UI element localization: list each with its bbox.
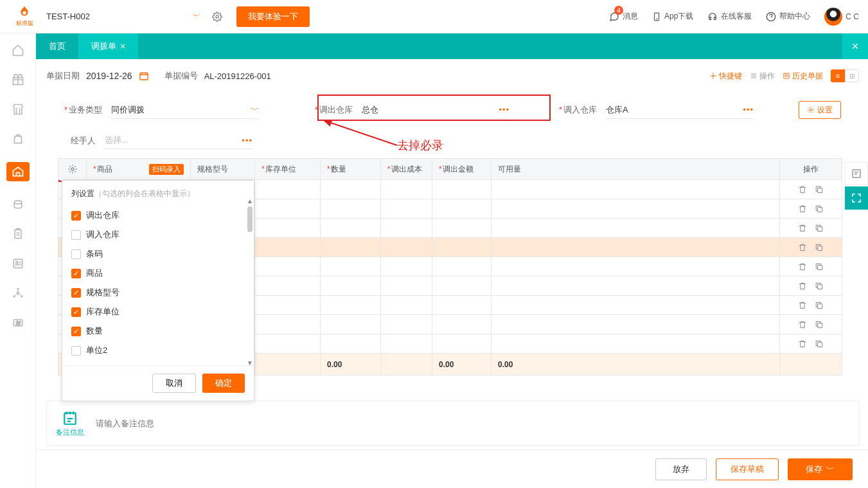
user-menu[interactable]: C C [824, 8, 859, 26]
nav-network-icon[interactable] [12, 287, 24, 300]
column-option[interactable]: 条码 [71, 244, 245, 264]
nav-store-icon[interactable] [12, 103, 24, 116]
svg-point-10 [17, 292, 19, 294]
col-cost: *调出成本 [381, 159, 432, 179]
column-settings-button[interactable] [58, 159, 87, 179]
checkbox[interactable]: ✓ [71, 307, 81, 317]
checkbox[interactable]: ✓ [71, 288, 81, 298]
in-warehouse-field[interactable]: *调入仓库 仓库A••• [559, 102, 777, 119]
close-icon[interactable]: × [120, 41, 125, 51]
checkbox[interactable]: ✓ [71, 327, 81, 336]
view-toggle[interactable]: ≡ ⊞ [831, 69, 859, 82]
biz-type-field[interactable]: *业务类型 同价调拨﹀ [64, 102, 296, 119]
help-center-button[interactable]: 帮助中心 [766, 11, 810, 22]
nav-home-icon[interactable] [12, 44, 24, 57]
delete-icon[interactable] [798, 224, 807, 233]
column-option[interactable]: ✓规格型号 [71, 283, 245, 302]
delete-icon[interactable] [798, 301, 807, 310]
copy-icon[interactable] [815, 301, 824, 310]
scroll-down-icon[interactable]: ▼ [246, 359, 254, 367]
app-download-button[interactable]: App下载 [652, 11, 693, 22]
gear-icon[interactable] [212, 12, 222, 22]
copy-icon[interactable] [815, 320, 824, 329]
col-op: 操作 [780, 159, 842, 179]
date-label: 单据日期 [46, 70, 80, 82]
delete-icon[interactable] [798, 262, 807, 271]
fullscreen-button[interactable] [845, 186, 868, 210]
date-value[interactable]: 2019-12-26 [86, 71, 132, 81]
ok-button[interactable]: 确定 [202, 374, 245, 393]
delete-icon[interactable] [798, 282, 807, 291]
copy-icon[interactable] [815, 224, 824, 233]
column-option[interactable]: ✓数量 [71, 321, 245, 341]
column-option[interactable]: ✓商品 [71, 264, 245, 283]
nav-contact-icon[interactable] [12, 257, 24, 270]
copy-icon[interactable] [815, 243, 824, 252]
svg-point-24 [71, 168, 74, 170]
calendar-icon[interactable] [139, 71, 149, 81]
nav-new-icon[interactable]: 新 [12, 316, 24, 329]
more-icon[interactable]: ••• [242, 136, 252, 145]
checkbox[interactable] [71, 346, 81, 356]
checkbox[interactable] [71, 249, 81, 259]
svg-point-13 [17, 289, 19, 290]
column-option[interactable]: ✓调出仓库 [71, 206, 245, 225]
save-draft-button[interactable]: 保存草稿 [716, 458, 779, 480]
scan-input-tag[interactable]: 扫码录入 [149, 164, 184, 175]
copy-icon[interactable] [815, 204, 824, 213]
copy-icon[interactable] [815, 185, 824, 194]
svg-point-22 [810, 109, 812, 111]
svg-rect-33 [818, 342, 822, 347]
more-icon[interactable]: ••• [743, 105, 754, 114]
popup-title: 列设置（勾选的列会在表格中显示） [62, 188, 254, 206]
settings-button[interactable]: 设置 [799, 101, 841, 119]
org-selector[interactable]: TEST-H002 ﹀ [40, 6, 207, 27]
svg-rect-30 [818, 284, 822, 289]
copy-icon[interactable] [815, 339, 824, 348]
checkbox[interactable]: ✓ [71, 269, 81, 278]
online-service-button[interactable]: 在线客服 [707, 11, 752, 22]
nav-bag-icon[interactable] [12, 132, 24, 145]
close-all-icon[interactable]: × [842, 33, 868, 59]
delete-icon[interactable] [798, 320, 807, 329]
history-link[interactable]: 历史单据 [783, 71, 823, 82]
discard-button[interactable]: 放弃 [655, 458, 707, 480]
cancel-button[interactable]: 取消 [152, 374, 196, 393]
svg-rect-29 [818, 265, 822, 269]
org-name: TEST-H002 [46, 12, 90, 21]
column-option[interactable]: 单位2 [71, 341, 245, 360]
save-button[interactable]: 保存﹀ [788, 458, 853, 480]
remark-input[interactable] [96, 419, 849, 428]
copy-icon[interactable] [815, 262, 824, 271]
delete-icon[interactable] [798, 204, 807, 213]
card-view-icon[interactable]: ⊞ [845, 69, 859, 82]
tab-transfer-order[interactable]: 调拨单× [78, 33, 138, 59]
operate-link[interactable]: 操作 [750, 71, 775, 82]
cta-button[interactable]: 我要体验一下 [236, 6, 310, 27]
column-option[interactable]: 调入仓库 [71, 225, 245, 244]
doc-no-label: 单据编号 [164, 70, 198, 82]
scrollbar-thumb[interactable] [247, 206, 252, 232]
svg-rect-31 [818, 303, 822, 308]
notes-panel-button[interactable] [845, 162, 868, 185]
handler-field[interactable]: 经手人 选择...••• [71, 132, 302, 149]
svg-point-1 [216, 15, 218, 18]
header-right: 4 消息 App下载 在线客服 帮助中心 C C [609, 8, 859, 26]
delete-icon[interactable] [798, 339, 807, 348]
nav-money-icon[interactable] [12, 198, 24, 211]
checkbox[interactable] [71, 230, 81, 240]
delete-icon[interactable] [798, 243, 807, 252]
delete-icon[interactable] [798, 185, 807, 194]
scroll-up-icon[interactable]: ▲ [246, 197, 254, 205]
nav-warehouse-icon[interactable] [6, 162, 30, 181]
nav-gift-icon[interactable] [12, 73, 24, 86]
copy-icon[interactable] [815, 282, 824, 291]
nav-clipboard-icon[interactable] [12, 228, 24, 240]
messages-button[interactable]: 4 消息 [609, 11, 638, 22]
column-settings-popup: 列设置（勾选的列会在表格中显示） ✓调出仓库调入仓库条码✓商品✓规格型号✓库存单… [62, 180, 254, 401]
tab-home[interactable]: 首页 [36, 33, 78, 59]
checkbox[interactable]: ✓ [71, 211, 81, 221]
list-view-icon[interactable]: ≡ [831, 69, 845, 82]
column-option[interactable]: ✓库存单位 [71, 302, 245, 321]
shortcut-link[interactable]: 快捷键 [709, 71, 742, 82]
